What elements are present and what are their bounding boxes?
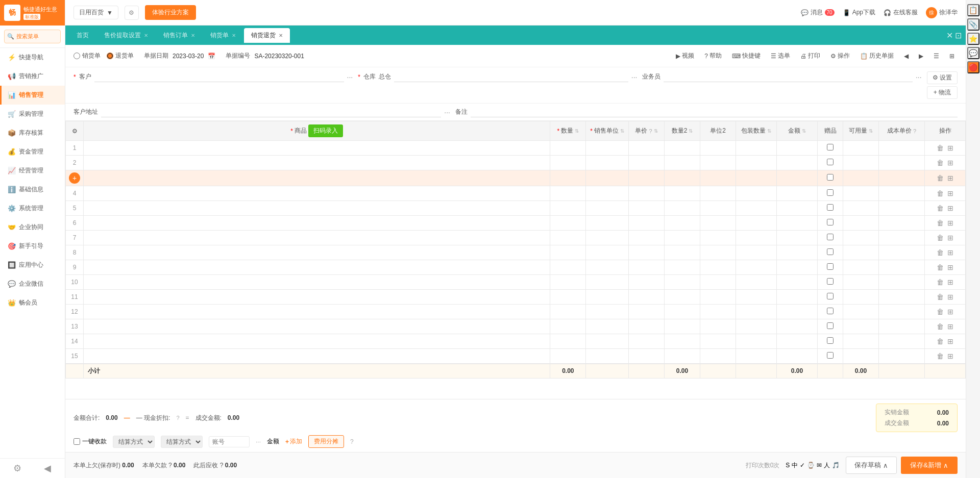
save-new-button[interactable]: 保存&新增 ∧ [901,457,958,474]
delete-row-button-3[interactable]: 🗑 [936,173,945,183]
copy-row-button-1[interactable]: ⊞ [946,143,954,153]
delete-row-button-5[interactable]: 🗑 [936,203,945,213]
print-button[interactable]: 🖨 打印 [797,50,823,62]
delete-row-button-7[interactable]: 🗑 [936,233,945,243]
warehouse-input[interactable] [394,71,628,82]
maximize-button[interactable]: ⊡ [955,31,962,40]
tab-sales-return[interactable]: 销货退货 ✕ [244,28,290,43]
close-icon[interactable]: ✕ [279,33,283,38]
qty-input-6[interactable] [553,219,582,227]
product-input-4[interactable] [87,190,547,197]
tab-price-setting[interactable]: 售价提取设置 ✕ [97,28,155,43]
customer-picker-button[interactable]: ··· [347,73,353,81]
product-input-13[interactable] [87,323,547,331]
delete-row-button-4[interactable]: 🗑 [936,188,945,198]
sort-icon[interactable]: ⇅ [620,128,624,134]
app-download-button[interactable]: 📱 App下载 [843,8,875,17]
product-input-10[interactable] [87,279,547,286]
address-input[interactable] [101,107,441,117]
delete-row-button-10[interactable]: 🗑 [936,277,945,287]
sidebar-item-app-center[interactable]: 🔲 应用中心 [0,256,65,274]
qty-input-4[interactable] [553,190,582,197]
qty-input-1[interactable] [553,144,582,152]
copy-row-button-14[interactable]: ⊞ [946,336,954,346]
add-row-button[interactable]: + [69,172,80,184]
rp-active-button[interactable]: 🔴 [967,61,979,73]
close-icon[interactable]: ✕ [191,33,195,38]
sidebar-item-inventory[interactable]: 📦 库存核算 [0,123,65,142]
qty-input-3[interactable] [553,174,582,182]
online-service-button[interactable]: 🎧 在线客服 [884,8,918,17]
sort-icon[interactable]: ⇅ [869,128,873,134]
sidebar-item-operations[interactable]: 📈 经营管理 [0,161,65,180]
rp-chat-button[interactable]: 💬 [967,47,979,59]
gift-checkbox-2[interactable] [827,159,834,165]
sidebar-item-enterprise[interactable]: 🤝 企业协同 [0,218,65,237]
fee-help-icon[interactable]: ? [350,438,354,445]
sidebar-item-member[interactable]: 👑 畅会员 [0,293,65,312]
sort-icon[interactable]: ⇅ [767,128,771,134]
sidebar-item-guide[interactable]: 🎯 新手引导 [0,237,65,256]
logistics-button[interactable]: + 物流 [927,86,958,99]
gift-checkbox-5[interactable] [827,204,834,211]
delete-row-button-13[interactable]: 🗑 [936,321,945,332]
delete-row-button-8[interactable]: 🗑 [936,247,945,258]
tab-sales-order[interactable]: 销售订单 ✕ [156,28,202,43]
delete-row-button-6[interactable]: 🗑 [936,218,945,228]
delete-row-button-14[interactable]: 🗑 [936,336,945,346]
save-draft-button[interactable]: 保存草稿 ∧ [846,457,897,474]
help-icon[interactable]: ? [913,128,916,134]
settings-icon[interactable]: ⚙ [72,128,78,135]
copy-row-button-4[interactable]: ⊞ [946,188,954,198]
copy-row-button-3[interactable]: ⊞ [946,173,954,183]
rp-attachment-button[interactable]: 📎 [967,18,979,31]
gift-checkbox-14[interactable] [827,337,834,344]
product-input-8[interactable] [87,249,547,257]
gift-checkbox-6[interactable] [827,219,834,225]
view-list-button[interactable]: ☰ [930,51,942,61]
close-icon[interactable]: ✕ [232,33,236,38]
help-icon[interactable]: ? [168,462,172,469]
product-input-12[interactable] [87,308,547,316]
sidebar-item-wechat[interactable]: 💬 企业微信 [0,274,65,293]
sidebar-settings-button[interactable]: ⚙ [4,463,31,474]
product-input-7[interactable] [87,234,547,242]
gift-checkbox-10[interactable] [827,278,834,285]
copy-row-button-2[interactable]: ⊞ [946,158,954,168]
copy-row-button-7[interactable]: ⊞ [946,233,954,243]
sidebar-item-basic-info[interactable]: ℹ️ 基础信息 [0,180,65,199]
help-icon[interactable]: ? [220,462,224,469]
sidebar-item-sales[interactable]: 📊 销售管理 [0,86,65,105]
qty-input-14[interactable] [553,338,582,345]
qty-input-13[interactable] [553,323,582,331]
calendar-icon[interactable]: 📅 [208,53,215,60]
sidebar-item-system[interactable]: ⚙️ 系统管理 [0,199,65,218]
copy-row-button-12[interactable]: ⊞ [946,307,954,317]
topbar-settings-button[interactable]: ⚙ [125,6,139,20]
account-input[interactable] [209,436,250,447]
copy-row-button-13[interactable]: ⊞ [946,321,954,332]
sidebar-item-finance[interactable]: 💰 资金管理 [0,142,65,161]
copy-row-button-5[interactable]: ⊞ [946,203,954,213]
copy-row-button-6[interactable]: ⊞ [946,218,954,228]
user-profile-button[interactable]: 徐 徐泽华 [926,7,958,18]
help-icon[interactable]: ? [649,128,652,134]
qty-input-7[interactable] [553,234,582,242]
radio-return[interactable]: 退货单 [107,52,134,60]
copy-row-button-9[interactable]: ⊞ [946,262,954,272]
radio-return-input[interactable] [107,53,113,59]
qty-input-15[interactable] [553,353,582,360]
copy-row-button-8[interactable]: ⊞ [946,247,954,258]
gift-checkbox-1[interactable] [827,144,834,150]
video-button[interactable]: ▶ 视频 [673,50,697,62]
tab-home[interactable]: 首页 [69,28,96,43]
delete-row-button-15[interactable]: 🗑 [936,351,945,361]
sort-icon[interactable]: ⇅ [575,128,579,134]
product-input-2[interactable] [87,159,547,167]
close-tab-button[interactable]: ✕ [946,31,953,40]
sidebar-item-purchase[interactable]: 🛒 采购管理 [0,105,65,123]
qty-input-11[interactable] [553,293,582,301]
salesperson-picker-button[interactable]: ··· [916,73,922,81]
copy-row-button-15[interactable]: ⊞ [946,351,954,361]
fee-split-button[interactable]: 费用分摊 [308,435,344,448]
